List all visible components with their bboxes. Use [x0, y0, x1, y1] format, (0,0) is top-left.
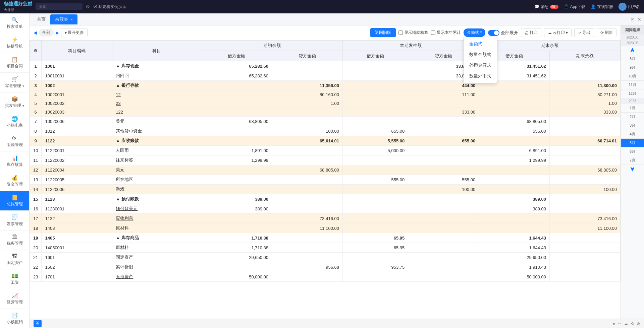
sidebar-item-salary[interactable]: 💵 工资: [0, 269, 29, 289]
sidebar-item-tax[interactable]: 🏛 税务管理: [0, 231, 29, 250]
return-old-button[interactable]: 返回旧版: [370, 28, 396, 37]
expand-all-toggle[interactable]: 全部展开: [488, 30, 518, 36]
cloud-print-button[interactable]: ☁ 云打印 ▾: [544, 28, 572, 37]
month-1[interactable]: 1月: [621, 104, 644, 113]
message-button[interactable]: 💬 消息 99+: [534, 4, 558, 10]
sidebar-item-purchase[interactable]: 🛍 采购管理: [0, 132, 29, 151]
export-button[interactable]: ↗ 导出: [574, 28, 594, 37]
panel-down-arrow[interactable]: ⮟: [621, 165, 644, 174]
code-cell: 10020003: [42, 108, 112, 117]
sidebar-item-invoice[interactable]: 🧾 发票管理: [0, 211, 29, 231]
panel-up-arrow[interactable]: ⮝: [621, 46, 644, 55]
tab-home[interactable]: 首页: [32, 14, 50, 24]
month-3[interactable]: 3月: [621, 121, 644, 130]
refresh-button[interactable]: ⟳ 刷新: [597, 28, 616, 37]
tab-balance[interactable]: 余额表 ×: [50, 14, 77, 24]
month-11[interactable]: 11月: [621, 81, 644, 89]
user-avatar[interactable]: 用户名: [619, 3, 640, 11]
dropdown-item-qty-amount[interactable]: 数量金额式: [464, 49, 497, 60]
month-5[interactable]: 5月: [621, 139, 644, 147]
seq-cell: 6: [30, 108, 42, 117]
name-cell[interactable]: 23: [112, 99, 201, 108]
period-end: 2023.05: [621, 40, 644, 46]
show-aid-check[interactable]: 显示辅助核算: [398, 30, 428, 36]
name-cell: ▲ 库存商品: [112, 233, 201, 243]
seq-cell: 1: [30, 61, 42, 71]
name-cell[interactable]: 12: [112, 90, 201, 99]
sidebar-item-assets[interactable]: 🏗 固定资产: [0, 250, 29, 269]
name-cell[interactable]: 其他货币资金: [112, 126, 201, 136]
expand-more-button[interactable]: ▾ 展开更多: [61, 28, 88, 37]
sidebar-item-search[interactable]: 🔍 搜索菜单: [0, 13, 29, 33]
tab-close-button[interactable]: ×: [71, 17, 73, 21]
dropdown-item-foreign-amount[interactable]: 外币金额式: [464, 60, 497, 71]
opening-credit-cell: 11,100.00: [272, 223, 343, 233]
status-lang[interactable]: 英: [34, 320, 42, 327]
search-input[interactable]: [36, 3, 83, 10]
name-cell[interactable]: 原材料: [112, 223, 201, 233]
show-yearly-check[interactable]: 显示本年累计: [431, 30, 461, 36]
sidebar-label-salary: 工资: [11, 280, 19, 285]
sidebar-item-management[interactable]: 📈 经营管理: [0, 289, 29, 309]
print-button[interactable]: 🖨 打印: [521, 28, 541, 37]
month-6[interactable]: 6月: [621, 147, 644, 156]
nav-forward-arrow[interactable]: ▶: [56, 30, 59, 35]
closing-debit-cell: 389.00: [479, 204, 550, 214]
current-credit-cell: [408, 243, 479, 253]
month-10[interactable]: 10月: [621, 72, 644, 81]
seq-cell: 2: [30, 71, 42, 81]
seq-cell: 18: [30, 223, 42, 233]
status-edit-icon[interactable]: ✏: [618, 321, 621, 326]
name-cell[interactable]: 应收利息: [112, 214, 201, 223]
month-8[interactable]: 8月: [621, 55, 644, 63]
sidebar-label-management: 经营管理: [7, 300, 23, 305]
amount-style-dropdown[interactable]: 金额式 ^ 金额式 数量金额式 外币金额式 数量外币式: [464, 28, 485, 37]
nav-back-arrow[interactable]: ◀: [34, 30, 37, 35]
demo-link[interactable]: ⦿ 我要看实例演示: [93, 4, 126, 10]
name-cell[interactable]: 122: [112, 108, 201, 117]
month-7[interactable]: 7月: [621, 156, 644, 165]
online-service-button[interactable]: 👤 在线客服: [591, 4, 613, 10]
name-cell[interactable]: 固定资产: [112, 253, 201, 262]
amount-style-button[interactable]: 金额式 ^: [464, 28, 485, 37]
dropdown-item-amount[interactable]: 金额式: [464, 39, 497, 49]
sidebar-item-retail[interactable]: 🛒 零售管理 ▾: [0, 73, 29, 92]
code-cell: 1122: [42, 136, 112, 146]
th-settings[interactable]: ⚙: [30, 41, 42, 61]
sidebar-item-quick-nav[interactable]: ⚡ 快捷导航: [0, 33, 29, 53]
opening-debit-cell: 389.00: [201, 194, 272, 204]
status-add-icon[interactable]: ⊕: [637, 321, 640, 326]
retail-icon: 🛒: [1, 76, 28, 82]
aid-checkbox[interactable]: [398, 30, 403, 35]
month-9[interactable]: 9月: [621, 63, 644, 72]
tab-close-icon[interactable]: ✕: [637, 17, 641, 22]
settings-icon[interactable]: ⚙: [34, 48, 38, 53]
month-12[interactable]: 12月: [621, 89, 644, 98]
month-4[interactable]: 4月: [621, 130, 644, 139]
month-2[interactable]: 2月: [621, 113, 644, 121]
top-bar-left: 畅捷通好业财 专业版 ⚙ ⦿ 我要看实例演示: [4, 1, 126, 12]
settings-icon[interactable]: ⚙: [86, 4, 90, 9]
name-cell[interactable]: 预付款美元: [112, 204, 201, 214]
closing-credit-cell: 100.00: [550, 185, 621, 194]
sidebar-item-finance[interactable]: 💰 资金管理: [0, 171, 29, 191]
sidebar-item-project[interactable]: 📋 项目合同: [0, 53, 29, 73]
yearly-checkbox[interactable]: [431, 30, 435, 35]
closing-credit-cell: 68,805.00: [550, 165, 621, 175]
sidebar-item-expense[interactable]: 📑 小畅报销: [0, 309, 29, 328]
sidebar-item-ecommerce[interactable]: 🌐 小畅电商: [0, 112, 29, 132]
app-logo: 畅捷通好业财 专业版: [4, 1, 32, 12]
tab-restore-icon[interactable]: ⊡: [631, 17, 635, 22]
sidebar-item-inventory[interactable]: 📊 库存核算: [0, 151, 29, 171]
current-credit-cell: [408, 262, 479, 272]
closing-credit-cell: [550, 126, 621, 136]
app-download-button[interactable]: 📱 App下载: [564, 4, 585, 10]
name-cell[interactable]: 累计折旧: [112, 262, 201, 272]
sidebar-item-wholesale[interactable]: 📦 批发管理 ▾: [0, 92, 29, 112]
status-cloud-icon[interactable]: ☁: [624, 321, 628, 326]
dropdown-item-qty-foreign[interactable]: 数量外币式: [464, 71, 497, 81]
name-cell: ▲ 应收账款: [112, 136, 201, 146]
name-cell[interactable]: 无形资产: [112, 272, 201, 282]
status-sync-icon[interactable]: ⟲: [631, 321, 634, 326]
sidebar-item-ledger[interactable]: 📒 总账管理: [0, 191, 29, 211]
